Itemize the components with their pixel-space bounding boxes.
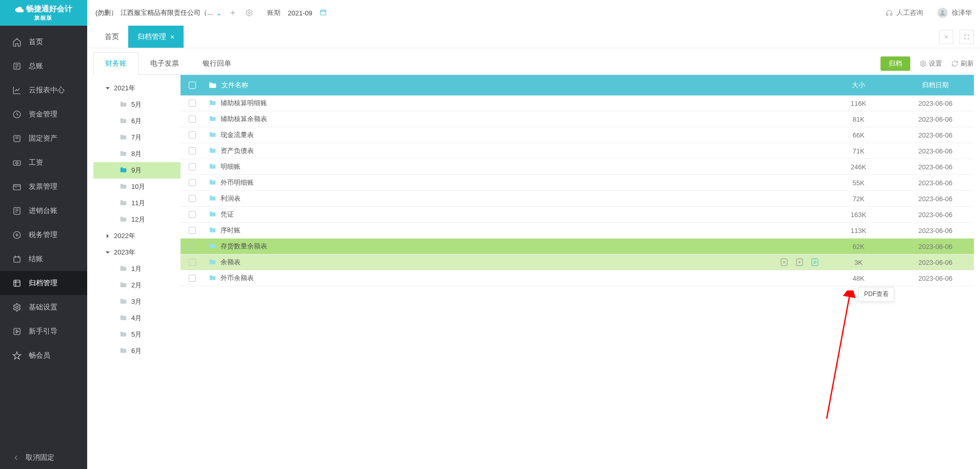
row-checkbox[interactable] xyxy=(181,163,204,170)
settings-label: 设置 xyxy=(929,59,942,68)
tree-month[interactable]: 12月 xyxy=(93,211,181,228)
row-checkbox[interactable] xyxy=(181,275,204,282)
row-checkbox[interactable] xyxy=(181,243,204,250)
sidebar-item-3[interactable]: 资金管理 xyxy=(0,102,87,126)
sidebar-item-9[interactable]: 结账 xyxy=(0,247,87,271)
tree-month[interactable]: 7月 xyxy=(93,129,181,146)
close-icon[interactable]: × xyxy=(170,33,174,41)
table-row[interactable]: 余额表3K2023-06-06 xyxy=(181,255,974,270)
sidebar: 畅捷通好会计 旗舰版 首页总账云报表中心资金管理固定资产工资发票管理进销台账税务… xyxy=(0,0,87,469)
refresh-link[interactable]: 刷新 xyxy=(951,59,974,68)
row-name: 外币余额表 xyxy=(204,273,820,283)
tree-month[interactable]: 1月 xyxy=(93,261,181,277)
tree-year[interactable]: 2022年 xyxy=(93,228,181,244)
sidebar-item-10[interactable]: 归档管理 xyxy=(0,271,87,295)
tooltip-pdf-view: PDF查看 xyxy=(858,287,894,302)
archive-button[interactable]: 归档 xyxy=(881,56,910,71)
logo-subtext: 旗舰版 xyxy=(34,14,53,22)
tree-year[interactable]: 2023年 xyxy=(93,244,181,261)
add-button[interactable] xyxy=(227,7,238,18)
pdf-download-icon[interactable] xyxy=(794,257,805,267)
sidebar-unpin[interactable]: 取消固定 xyxy=(0,446,87,469)
tree-month[interactable]: 5月 xyxy=(93,326,181,343)
row-name: 外币明细账 xyxy=(204,178,820,187)
row-date: 2023-06-06 xyxy=(897,227,974,234)
table-row[interactable]: 外币余额表48K2023-06-06 xyxy=(181,270,974,286)
sidebar-item-5[interactable]: 工资 xyxy=(0,150,87,174)
sidebar-item-12[interactable]: 新手引导 xyxy=(0,319,87,343)
user-menu[interactable]: 徐泽华 xyxy=(937,8,972,18)
tree-month[interactable]: 5月 xyxy=(93,96,181,113)
tree-month[interactable]: 6月 xyxy=(93,343,181,359)
consult-link[interactable]: 人工咨询 xyxy=(885,8,923,17)
row-name-label: 余额表 xyxy=(221,258,241,267)
row-size: 66K xyxy=(820,131,897,139)
tree-month[interactable]: 8月 xyxy=(93,146,181,162)
folder-icon xyxy=(208,163,216,171)
sidebar-item-13[interactable]: 畅会员 xyxy=(0,343,87,367)
tree-month[interactable]: 11月 xyxy=(93,195,181,211)
row-name: 明细账 xyxy=(204,162,820,171)
tree-year-label: 2023年 xyxy=(114,248,135,257)
sidebar-item-0[interactable]: 首页 xyxy=(0,30,87,54)
row-checkbox[interactable] xyxy=(181,179,204,186)
sidebar-item-label: 云报表中心 xyxy=(29,86,65,95)
inner-tab-finance[interactable]: 财务账 xyxy=(93,52,138,75)
inner-tab-bankreceipt[interactable]: 银行回单 xyxy=(191,52,243,75)
table-row[interactable]: 凭证163K2023-06-06 xyxy=(181,207,974,223)
tree-year[interactable]: 2021年 xyxy=(93,80,181,96)
table-row[interactable]: 外币明细账55K2023-06-06 xyxy=(181,175,974,191)
excel-download-icon[interactable] xyxy=(779,257,789,267)
row-date: 2023-06-06 xyxy=(897,163,974,171)
sidebar-item-2[interactable]: 云报表中心 xyxy=(0,78,87,102)
row-checkbox[interactable] xyxy=(181,131,204,139)
tab-archive[interactable]: 归档管理 × xyxy=(128,26,184,48)
tree-month[interactable]: 9月 xyxy=(93,162,181,179)
header-checkbox[interactable] xyxy=(181,82,204,89)
inner-tab-einvoice[interactable]: 电子发票 xyxy=(138,52,191,75)
sidebar-item-7[interactable]: 进销台账 xyxy=(0,199,87,223)
tree-month[interactable]: 2月 xyxy=(93,277,181,294)
tree-month[interactable]: 10月 xyxy=(93,179,181,195)
sidebar-item-4[interactable]: 固定资产 xyxy=(0,126,87,150)
close-tab-button[interactable] xyxy=(939,30,953,44)
table-row[interactable]: 辅助核算余额表81K2023-06-06 xyxy=(181,111,974,127)
inner-tabs-row: 财务账 电子发票 银行回单 归档 设置 刷新 xyxy=(93,52,974,75)
period-value[interactable]: 2021-09 xyxy=(288,9,312,17)
header-size: 大小 xyxy=(820,81,897,90)
fullscreen-button[interactable] xyxy=(959,30,974,44)
tree-month[interactable]: 3月 xyxy=(93,294,181,310)
sidebar-item-6[interactable]: 发票管理 xyxy=(0,174,87,199)
row-checkbox[interactable] xyxy=(181,227,204,234)
table-row[interactable]: 现金流量表66K2023-06-06 xyxy=(181,127,974,143)
row-size: 62K xyxy=(820,243,897,250)
company-selector[interactable]: (勿删） 江西服宝精品有限责任公司（... ⌄ xyxy=(95,8,222,17)
pdf-view-icon[interactable] xyxy=(810,257,820,267)
tree-month[interactable]: 4月 xyxy=(93,310,181,326)
row-checkbox[interactable] xyxy=(181,100,204,107)
calendar-icon[interactable] xyxy=(319,9,327,17)
gear-icon[interactable] xyxy=(244,7,255,18)
sidebar-item-11[interactable]: 基础设置 xyxy=(0,295,87,319)
row-size: 72K xyxy=(820,195,897,203)
content-wrap: 财务账 电子发票 银行回单 归档 设置 刷新 xyxy=(87,48,980,469)
table-row[interactable]: 资产负债表71K2023-06-06 xyxy=(181,143,974,159)
tab-home[interactable]: 首页 xyxy=(95,26,128,48)
row-name-label: 辅助核算明细账 xyxy=(221,99,267,108)
row-checkbox[interactable] xyxy=(181,115,204,123)
table-row[interactable]: 辅助核算明细账116K2023-06-06 xyxy=(181,95,974,111)
svg-point-14 xyxy=(942,10,944,13)
tree-month[interactable]: 6月 xyxy=(93,113,181,129)
row-checkbox[interactable] xyxy=(181,195,204,202)
row-checkbox[interactable] xyxy=(181,211,204,218)
table-row[interactable]: 存货数量余额表62K2023-06-06 xyxy=(181,239,974,255)
table-row[interactable]: 利润表72K2023-06-06 xyxy=(181,191,974,207)
table-row[interactable]: 序时账113K2023-06-06 xyxy=(181,223,974,239)
sidebar-item-1[interactable]: 总账 xyxy=(0,54,87,78)
company-name: 江西服宝精品有限责任公司（... xyxy=(121,8,213,17)
row-checkbox[interactable] xyxy=(181,259,204,266)
settings-link[interactable]: 设置 xyxy=(919,59,942,68)
row-checkbox[interactable] xyxy=(181,147,204,154)
sidebar-item-8[interactable]: 税务管理 xyxy=(0,223,87,247)
table-row[interactable]: 明细账246K2023-06-06 xyxy=(181,159,974,175)
